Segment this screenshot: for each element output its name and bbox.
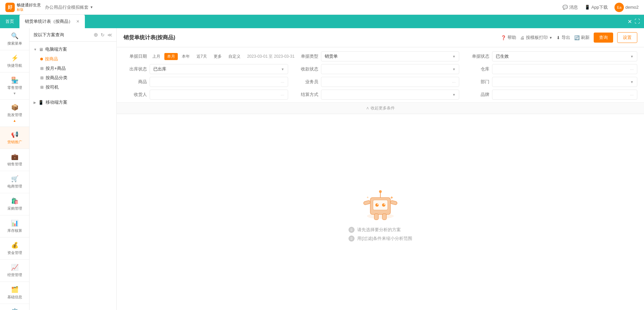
brand-input[interactable]: ··· (492, 90, 637, 100)
filter-receiver-cell: 收货人 ··· (123, 90, 295, 100)
scheme-section-pc: ▼ 🖥 电脑端方案 按商品 ⊞ 按月+商品 ⊞ 按商品分类 (30, 42, 116, 95)
grid-icon-2: ⊞ (40, 75, 44, 80)
date-tab-more[interactable]: 更多 (211, 53, 224, 60)
sidebar-item-search[interactable]: 🔍 搜索菜单 (0, 28, 29, 50)
clerk-dots[interactable]: ··· (452, 80, 456, 85)
finance-icon: 💰 (11, 242, 18, 249)
outstatus-value: 已出库 (153, 66, 166, 72)
svg-point-5 (377, 204, 378, 205)
template-print-button[interactable]: 🖨 按模板打印 ▼ (520, 35, 552, 41)
scheme-group-mobile[interactable]: ▶ 📱 移动端方案 (30, 97, 116, 107)
goods-input[interactable]: ··· (150, 77, 288, 87)
expand-collapsed-icon: ▶ (34, 101, 36, 104)
docstatus-value: 已生效 (496, 53, 509, 59)
tab-close-icon[interactable]: ✕ (76, 19, 79, 24)
filter-settlement-cell: 结算方式 ▼ (295, 90, 466, 100)
export-button[interactable]: ⬇ 导出 (556, 35, 570, 41)
chevron-up-icon: ▲ (13, 119, 16, 122)
sidebar-item-quicknav[interactable]: ⚡ 快捷导航 (0, 50, 29, 72)
svg-point-4 (382, 203, 385, 207)
logo-text: 畅捷通好生意 标版 (17, 3, 41, 11)
receiver-input[interactable]: ··· (150, 90, 288, 100)
receiptstatus-input[interactable]: ▼ (321, 64, 460, 74)
date-tab-this-month[interactable]: 本月 (164, 53, 178, 60)
receiver-label: 收货人 (123, 92, 147, 98)
active-dot (40, 58, 43, 60)
empty-illustration: ✦ ✦ (360, 183, 400, 223)
collapse-bar[interactable]: ∧ 收起更多条件 (117, 102, 644, 114)
outstatus-arrow: ▼ (281, 67, 284, 71)
goods-dots[interactable]: ··· (281, 80, 284, 85)
dept-input[interactable]: ▼ (492, 77, 637, 87)
brand-dots[interactable]: ··· (630, 92, 634, 97)
maximize-icon[interactable]: ⛶ (635, 18, 640, 24)
svg-rect-10 (390, 200, 397, 205)
filter-brand-cell: 品牌 ··· (466, 90, 637, 100)
svg-point-3 (375, 203, 379, 207)
page-header: 销货单统计表(按商品) ❓ 帮助 🖨 按模板打印 ▼ ⬇ 导出 (117, 28, 644, 47)
message-button[interactable]: 💬 消息 (562, 4, 578, 10)
svg-rect-9 (363, 200, 371, 205)
app-download-button[interactable]: 📱 App下载 (585, 4, 608, 10)
doctype-input[interactable]: 销货单 ▼ (321, 51, 460, 61)
warehouse-label: 仓库 (466, 66, 489, 72)
date-tab-last-month[interactable]: 上月 (150, 53, 163, 60)
outstatus-input[interactable]: 已出库 ▼ (150, 64, 288, 74)
receiver-dots[interactable]: ··· (281, 92, 284, 97)
docstatus-label: 单据状态 (466, 53, 489, 59)
date-tab-this-year[interactable]: 本年 (179, 53, 193, 60)
docstatus-input[interactable]: 已生效 ▼ (492, 51, 637, 61)
sidebar-item-marketing[interactable]: 📢 营销推广 (0, 127, 29, 149)
industry-selector[interactable]: 办公用品行业模拟账套 ▼ (45, 4, 93, 10)
collapse-panel-icon[interactable]: ≪ (107, 32, 112, 38)
marketing-icon: 📢 (11, 131, 18, 138)
date-tab-7days[interactable]: 近7天 (194, 53, 210, 60)
scheme-by-category[interactable]: ⊞ 按商品分类 (30, 73, 116, 83)
scheme-by-goods[interactable]: 按商品 (30, 54, 116, 64)
empty-tip-2: ② 用[过滤]条件来缩小分析范围 (348, 236, 412, 242)
inventory-icon: 📊 (11, 219, 18, 227)
filter-goods-cell: 商品 ··· (123, 77, 295, 87)
scheme-group-pc[interactable]: ▼ 🖥 电脑端方案 (30, 44, 116, 54)
sidebar-item-system[interactable]: ⚙️ 系统管理 (0, 304, 29, 310)
query-button[interactable]: 查询 (594, 33, 613, 43)
sidebar-item-operation[interactable]: 📈 经营管理 (0, 260, 29, 282)
refresh-button[interactable]: 🔄 刷新 (574, 35, 590, 41)
clerk-input[interactable]: ··· (321, 77, 460, 87)
add-scheme-icon[interactable]: ⊕ (94, 32, 98, 38)
sidebar-item-purchase[interactable]: 🛍️ 采购管理 (0, 193, 29, 215)
tab-sales-stats[interactable]: 销货单统计表（按商品） ✕ (19, 15, 85, 28)
user-area[interactable]: Ea demo2 (614, 3, 639, 12)
retail-icon: 🏪 (11, 76, 18, 84)
filter-clerk-cell: 业务员 ··· (295, 77, 466, 87)
tab-home[interactable]: 首页 (0, 15, 19, 28)
header-right: 💬 消息 📱 App下载 Ea demo2 (562, 3, 639, 12)
sales-icon: 💼 (11, 153, 18, 160)
filter-date-cell: 单据日期 上月 本月 本年 近7天 更多 自定义 2023-03-01 至 20… (123, 53, 295, 60)
settings-button[interactable]: 设置 (617, 32, 637, 43)
quicknav-icon: ⚡ (11, 54, 18, 62)
warehouse-dots[interactable]: ··· (630, 67, 634, 72)
sidebar-item-inventory[interactable]: 📊 库存核算 (0, 215, 29, 238)
outstatus-label: 出库状态 (123, 66, 147, 72)
sidebar-item-finance[interactable]: 💰 资金管理 (0, 238, 29, 260)
warehouse-input[interactable]: ··· (492, 64, 637, 74)
settlement-input[interactable]: ▼ (321, 90, 460, 100)
sidebar-item-retail[interactable]: 🏪 零售管理 ▼ (0, 72, 29, 100)
sidebar-item-wholesale[interactable]: 📦 批发管理 ▲ (0, 100, 29, 127)
sidebar-item-sales[interactable]: 💼 销售管理 (0, 149, 29, 171)
date-tab-custom[interactable]: 自定义 (226, 53, 243, 60)
refresh-scheme-icon[interactable]: ↻ (101, 32, 105, 38)
main-layout: 🔍 搜索菜单 ⚡ 快捷导航 🏪 零售管理 ▼ 📦 批发管理 ▲ 📢 营销推广 💼… (0, 28, 644, 310)
filter-docstatus-cell: 单据状态 已生效 ▼ (466, 51, 637, 61)
scheme-by-month-goods[interactable]: ⊞ 按月+商品 (30, 64, 116, 73)
avatar: Ea (614, 3, 624, 12)
sidebar-item-ecom[interactable]: 🛒 电商管理 (0, 171, 29, 193)
sidebar-item-basic[interactable]: 🗂️ 基础信息 (0, 282, 29, 304)
help-button[interactable]: ❓ 帮助 (501, 35, 516, 41)
grid-icon-3: ⊞ (40, 85, 44, 90)
close-window-icon[interactable]: ✕ (628, 18, 632, 25)
dept-label: 部门 (466, 79, 489, 85)
scheme-by-cashier[interactable]: ⊞ 按司机 (30, 83, 116, 92)
docstatus-arrow: ▼ (630, 55, 634, 58)
